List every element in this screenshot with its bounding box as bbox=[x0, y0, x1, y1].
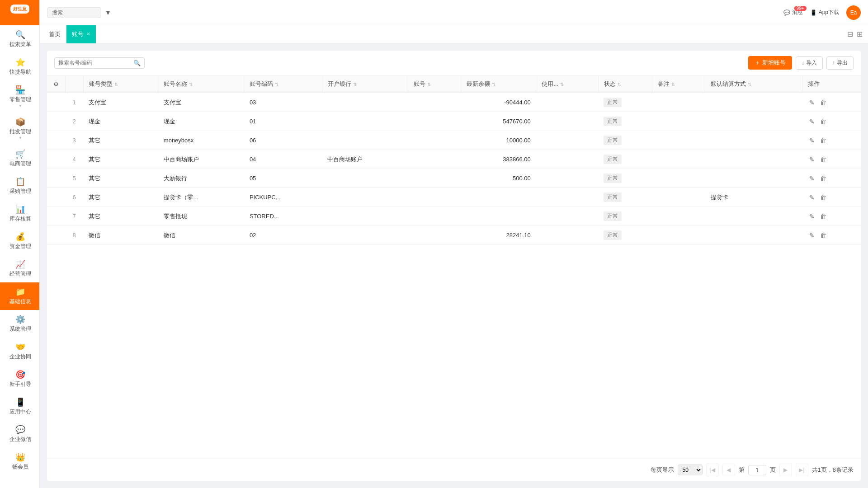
tab-minimize-button[interactable]: ⊟ bbox=[845, 28, 855, 40]
sidebar-item-basic-info[interactable]: 📁 基础信息 bbox=[0, 282, 39, 310]
col-balance[interactable]: 最新余额⇅ bbox=[461, 75, 536, 93]
delete-button[interactable]: 🗑 bbox=[818, 155, 828, 164]
row-balance: 28241.10 bbox=[461, 226, 536, 245]
last-page-button[interactable]: ▶| bbox=[796, 464, 808, 476]
sort-icon-remark: ⇅ bbox=[671, 82, 675, 87]
first-page-button[interactable]: |◀ bbox=[706, 464, 719, 476]
sidebar-item-enterprise[interactable]: 🤝 企业协同 bbox=[0, 338, 39, 365]
col-num bbox=[65, 75, 83, 93]
delete-button[interactable]: 🗑 bbox=[818, 212, 828, 221]
status-badge: 正常 bbox=[604, 192, 622, 202]
status-badge: 正常 bbox=[604, 230, 622, 240]
col-account-label: 账号 bbox=[414, 80, 425, 87]
sidebar-item-label: 批发管理 bbox=[9, 128, 31, 136]
row-balance: 500.00 bbox=[461, 169, 536, 188]
sidebar-item-shortcuts[interactable]: ⭐ 快捷导航 bbox=[0, 53, 39, 80]
prev-page-button[interactable]: ◀ bbox=[722, 464, 735, 476]
col-bank[interactable]: 开户银行⇅ bbox=[322, 75, 408, 93]
col-usage[interactable]: 使用...⇅ bbox=[536, 75, 599, 93]
sidebar-item-purchase[interactable]: 📋 采购管理 bbox=[0, 172, 39, 200]
page-input[interactable] bbox=[748, 465, 766, 475]
page-size-label: 每页显示 bbox=[651, 466, 674, 474]
row-settings bbox=[47, 207, 65, 226]
col-account[interactable]: 账号⇅ bbox=[408, 75, 461, 93]
row-account bbox=[408, 93, 461, 112]
row-num: 4 bbox=[65, 150, 83, 169]
search-icon: 🔍 bbox=[133, 60, 141, 66]
delete-button[interactable]: 🗑 bbox=[818, 174, 828, 183]
col-name[interactable]: 账号名称⇅ bbox=[158, 75, 244, 93]
import-button[interactable]: ↓ 导入 bbox=[796, 56, 823, 70]
tab-accounts[interactable]: 账号 ✕ bbox=[66, 25, 96, 43]
row-bank bbox=[322, 131, 408, 150]
messages-button[interactable]: 💬 消息 99+ bbox=[783, 9, 803, 16]
edit-button[interactable]: ✎ bbox=[807, 98, 816, 107]
add-account-button[interactable]: ＋ 新增账号 bbox=[748, 56, 792, 70]
user-avatar[interactable]: Ea bbox=[846, 5, 861, 20]
main-area: ▼ 💬 消息 99+ 📱 App下载 Ea 首页 账号 ✕ ⊟ bbox=[40, 0, 868, 488]
col-status[interactable]: 状态⇅ bbox=[598, 75, 652, 93]
dropdown-button[interactable]: ▼ bbox=[105, 9, 111, 16]
sort-icon-type: ⇅ bbox=[114, 82, 118, 87]
sidebar-item-app-center[interactable]: 📱 应用中心 bbox=[0, 393, 39, 420]
page-size-select[interactable]: 50 10 20 100 bbox=[678, 465, 703, 475]
export-button[interactable]: ↑ 导出 bbox=[826, 56, 854, 70]
sidebar-item-search-menu[interactable]: 🔍 搜索菜单 bbox=[0, 25, 39, 53]
row-default-payment bbox=[705, 226, 802, 245]
edit-button[interactable]: ✎ bbox=[807, 193, 816, 202]
sidebar-item-finance[interactable]: 💰 资金管理 bbox=[0, 227, 39, 255]
edit-button[interactable]: ✎ bbox=[807, 155, 816, 164]
sidebar-item-inventory[interactable]: 📊 库存核算 bbox=[0, 200, 39, 227]
row-status: 正常 bbox=[598, 226, 652, 245]
system-icon: ⚙️ bbox=[15, 314, 25, 324]
sort-icon-usage: ⇅ bbox=[560, 82, 564, 87]
sidebar-item-label: 库存核算 bbox=[9, 215, 31, 223]
expand-icon: ▼ bbox=[19, 136, 23, 140]
header-right: 💬 消息 99+ 📱 App下载 Ea bbox=[783, 5, 861, 20]
delete-button[interactable]: 🗑 bbox=[818, 231, 828, 240]
edit-button[interactable]: ✎ bbox=[807, 212, 816, 221]
sidebar-item-ecommerce[interactable]: 🛒 电商管理 bbox=[0, 145, 39, 172]
row-default-payment bbox=[705, 169, 802, 188]
sidebar-item-retail[interactable]: 🏪 零售管理 ▼ bbox=[0, 80, 39, 113]
delete-button[interactable]: 🗑 bbox=[818, 98, 828, 107]
col-remark[interactable]: 备注⇅ bbox=[652, 75, 705, 93]
row-account bbox=[408, 131, 461, 150]
row-balance: 383866.00 bbox=[461, 150, 536, 169]
col-balance-label: 最新余额 bbox=[467, 80, 490, 87]
row-account bbox=[408, 150, 461, 169]
col-settings[interactable]: ⚙ bbox=[47, 75, 65, 93]
delete-button[interactable]: 🗑 bbox=[818, 136, 828, 145]
row-name: 中百商场账户 bbox=[158, 150, 244, 169]
app-download-button[interactable]: 📱 App下载 bbox=[810, 9, 839, 16]
sidebar-item-system[interactable]: ⚙️ 系统管理 bbox=[0, 310, 39, 338]
sidebar-item-wechat[interactable]: 💬 企业微信 bbox=[0, 420, 39, 448]
sidebar-item-guide[interactable]: 🎯 新手引导 bbox=[0, 365, 39, 393]
edit-button[interactable]: ✎ bbox=[807, 231, 816, 240]
top-search-input[interactable] bbox=[47, 7, 101, 18]
status-badge: 正常 bbox=[604, 211, 622, 221]
col-code[interactable]: 账号编码⇅ bbox=[244, 75, 322, 93]
enterprise-icon: 🤝 bbox=[15, 342, 25, 352]
sidebar-item-operations[interactable]: 📈 经营管理 bbox=[0, 255, 39, 282]
member-icon: 👑 bbox=[15, 452, 25, 462]
edit-button[interactable]: ✎ bbox=[807, 117, 816, 126]
delete-button[interactable]: 🗑 bbox=[818, 117, 828, 126]
col-type[interactable]: 账号类型⇅ bbox=[83, 75, 158, 93]
sidebar-item-wholesale[interactable]: 📦 批发管理 ▼ bbox=[0, 113, 39, 145]
guide-icon: 🎯 bbox=[15, 370, 25, 380]
row-balance bbox=[461, 207, 536, 226]
delete-button[interactable]: 🗑 bbox=[818, 193, 828, 202]
search-input[interactable] bbox=[58, 60, 131, 66]
row-default-payment bbox=[705, 131, 802, 150]
edit-button[interactable]: ✎ bbox=[807, 174, 816, 183]
pagination: 每页显示 50 10 20 100 |◀ ◀ 第 页 ▶ ▶| 共1页，8条记录 bbox=[47, 459, 861, 481]
edit-button[interactable]: ✎ bbox=[807, 136, 816, 145]
row-account bbox=[408, 226, 461, 245]
tab-maximize-button[interactable]: ⊞ bbox=[855, 28, 864, 40]
next-page-button[interactable]: ▶ bbox=[779, 464, 792, 476]
col-default-payment[interactable]: 默认结算方式⇅ bbox=[705, 75, 802, 93]
tab-home[interactable]: 首页 bbox=[43, 25, 66, 43]
sidebar-item-member[interactable]: 👑 畅会员 bbox=[0, 448, 39, 475]
tab-accounts-close[interactable]: ✕ bbox=[86, 31, 90, 37]
